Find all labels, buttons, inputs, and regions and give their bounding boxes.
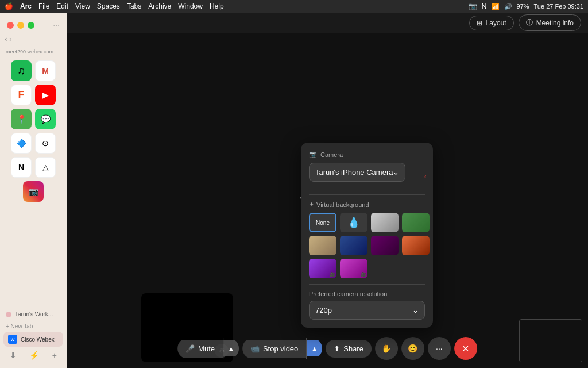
app-row-6: 📷	[23, 181, 44, 202]
emoji-button[interactable]: ✋	[375, 337, 398, 360]
vbg-item-8[interactable]: 🎥	[340, 259, 368, 278]
sidebar-app-gworkspace[interactable]: 🔷	[11, 133, 32, 154]
vbg-item-6[interactable]	[402, 236, 430, 255]
arrow-container: Tarun's iPhone Camera ⌄ ←	[309, 163, 405, 189]
sidebar-add-icon[interactable]: +	[52, 351, 57, 360]
share-button[interactable]: ⬆ Share	[326, 340, 372, 358]
sidebar-app-youtube[interactable]: ▶	[35, 85, 56, 105]
vbg-item-2[interactable]	[402, 213, 430, 232]
vbg-icon: ✦	[309, 201, 314, 208]
resolution-section: Preferred camera resolution 720p ⌄	[309, 290, 425, 320]
traffic-lights: ···	[0, 17, 67, 34]
resolution-select[interactable]: 720p ⌄	[309, 301, 425, 320]
end-call-button[interactable]: ✕	[454, 337, 477, 360]
sidebar-app-whatsapp[interactable]: 💬	[35, 109, 56, 129]
menu-bar-right: 📷 N 📶 🔊 97% Tue 27 Feb 09:31	[469, 2, 583, 10]
sidebar-tab-webex[interactable]: W Cisco Webex	[3, 332, 63, 347]
camera-popup: 📷 Camera Tarun's iPhone Camera ⌄ ←	[301, 143, 433, 328]
stop-video-button[interactable]: 📹 Stop video	[242, 340, 306, 358]
camera-label: Camera	[320, 151, 343, 158]
traffic-light-minimize[interactable]	[17, 22, 24, 29]
divider-2	[309, 284, 425, 285]
stop-video-icon: 📹	[250, 344, 260, 353]
layout-label: Layout	[486, 19, 506, 27]
app-row-4: 🔷 ⊙	[11, 133, 56, 154]
menu-bar: 🍎 Arc File Edit View Spaces Tabs Archive…	[0, 0, 588, 13]
vbg-item-blur[interactable]: 💧	[340, 213, 368, 232]
layout-button[interactable]: ⊞ Layout	[469, 16, 514, 30]
vbg-none-label: None	[316, 220, 330, 226]
reactions-button[interactable]: 😊	[401, 337, 424, 360]
mute-group: 🎤 Mute ▲	[177, 338, 239, 359]
sidebar-apps: ♫ M F ▶ 📍 💬 🔷 ⊙ N △ 📷	[0, 58, 67, 308]
stop-video-group: 📹 Stop video ▲	[242, 338, 322, 359]
mute-button[interactable]: 🎤 Mute	[177, 340, 223, 358]
camera-select[interactable]: Tarun's iPhone Camera ⌄	[309, 163, 405, 182]
camera-name: Tarun's iPhone Camera	[315, 168, 393, 177]
menu-file[interactable]: File	[38, 2, 49, 10]
app-row-2: F ▶	[11, 85, 56, 105]
traffic-light-fullscreen[interactable]	[28, 22, 34, 29]
sidebar-more-icon[interactable]: ···	[53, 21, 60, 30]
app-row-1: ♫ M	[11, 60, 56, 81]
back-icon[interactable]: ‹	[5, 34, 7, 43]
meeting-info-button[interactable]: ⓘ Meeting info	[519, 14, 581, 31]
video-arrow-button[interactable]: ▲	[307, 340, 322, 356]
sidebar-bottom: ⬇ ⚡ +	[0, 347, 67, 363]
menu-bar-n-icon: N	[482, 2, 487, 10]
menu-archive[interactable]: Archive	[148, 2, 171, 10]
sidebar-bolt-icon[interactable]: ⚡	[29, 351, 39, 360]
menu-edit[interactable]: Edit	[56, 2, 68, 10]
sidebar-app-googledrive[interactable]: △	[35, 157, 56, 178]
share-icon: ⬆	[334, 344, 340, 353]
app-name[interactable]: Arc	[20, 2, 32, 10]
forward-icon[interactable]: ›	[9, 34, 11, 43]
new-tab-label: + New Tab	[6, 323, 33, 329]
sidebar-app-chrome[interactable]: ⊙	[35, 133, 56, 154]
vbg-item-7[interactable]: 🎥	[309, 259, 336, 278]
resolution-chevron-icon: ⌄	[412, 306, 419, 315]
traffic-light-close[interactable]	[7, 22, 14, 29]
sidebar-app-maps[interactable]: 📍	[11, 109, 32, 129]
menu-spaces[interactable]: Spaces	[97, 2, 120, 10]
sidebar-app-instagram[interactable]: 📷	[23, 181, 44, 202]
workspace-dot	[6, 312, 11, 317]
menu-help[interactable]: Help	[210, 2, 224, 10]
toolbar-right-buttons: ⊞ Layout ⓘ Meeting info	[469, 14, 581, 31]
browser-toolbar: ⊞ Layout ⓘ Meeting info	[67, 13, 588, 33]
meeting-area: Waiting for others to join... ⚙ 📷 Camera…	[67, 33, 588, 368]
emoji-icon: ✋	[381, 344, 391, 353]
vbg-blur-icon: 💧	[347, 216, 360, 229]
vbg-item-1[interactable]	[371, 213, 399, 232]
menu-bar-wifi-icon: 📶	[492, 3, 500, 10]
more-button[interactable]: ···	[428, 337, 451, 360]
vbg-item-3[interactable]	[309, 236, 336, 255]
sidebar-download-icon[interactable]: ⬇	[10, 351, 17, 360]
divider-1	[309, 194, 425, 195]
sidebar-app-gmail[interactable]: M	[35, 60, 56, 81]
vbg-item-5[interactable]	[371, 236, 399, 255]
menu-bar-datetime: Tue 27 Feb 09:31	[534, 3, 583, 10]
vbg-item-none[interactable]: None	[309, 213, 336, 232]
mute-arrow-button[interactable]: ▲	[223, 340, 239, 356]
meeting-info-icon: ⓘ	[526, 18, 533, 28]
vbg-item-4[interactable]	[340, 236, 368, 255]
share-group: ⬆ Share	[326, 340, 372, 358]
apple-menu[interactable]: 🍎	[5, 2, 13, 10]
vbg-label: Virtual background	[316, 201, 369, 208]
sidebar: ··· ‹ › meet290.webex.com ♫ M F ▶ 📍 💬 🔷 …	[0, 13, 67, 368]
sidebar-app-spotify[interactable]: ♫	[11, 60, 32, 81]
tab-favicon-webex: W	[8, 335, 17, 344]
sidebar-workspace[interactable]: Tarun's Work...	[0, 308, 67, 321]
sidebar-app-figma[interactable]: F	[11, 85, 32, 105]
menu-window[interactable]: Window	[178, 2, 203, 10]
sidebar-app-notion[interactable]: N	[11, 157, 32, 178]
mute-label: Mute	[198, 344, 215, 353]
workspace-name: Tarun's Work...	[15, 311, 53, 317]
main-content: ⊞ Layout ⓘ Meeting info Waiting for othe…	[67, 13, 588, 368]
layout-icon: ⊞	[477, 19, 482, 27]
sidebar-nav: ‹ ›	[0, 34, 67, 48]
menu-view[interactable]: View	[75, 2, 90, 10]
new-tab-button[interactable]: + New Tab	[0, 321, 67, 332]
menu-tabs[interactable]: Tabs	[127, 2, 141, 10]
